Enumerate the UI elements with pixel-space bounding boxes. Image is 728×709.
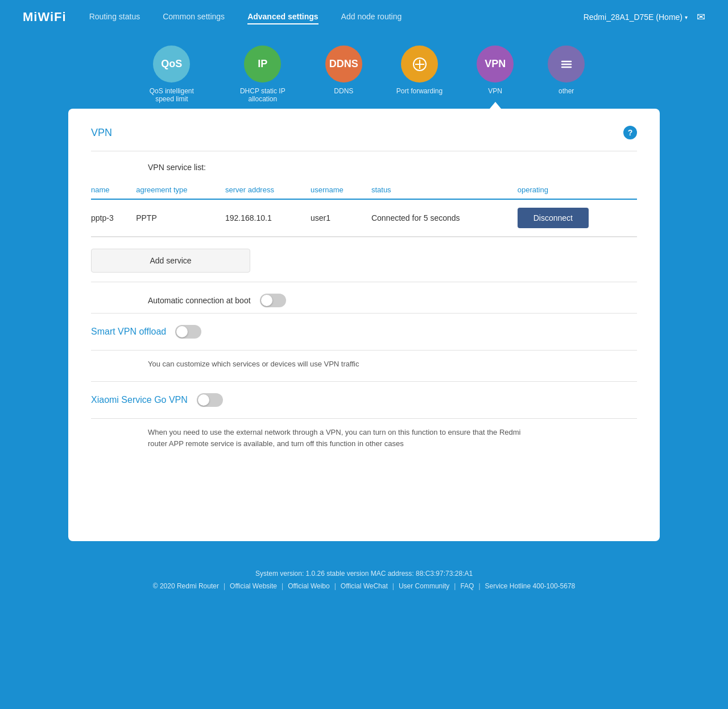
footer-copyright: © 2020 Redmi Router [153,582,219,590]
row-status: Connected for 5 seconds [371,199,518,237]
nav-add-node-routing[interactable]: Add node routing [341,10,402,24]
icon-item-portfwd[interactable]: Port forwarding [396,46,442,109]
xiaomi-vpn-toggle[interactable] [197,393,223,407]
vpn-table: name agreement type server address usern… [91,181,637,237]
footer-official-weibo[interactable]: Official Weibo [288,582,330,590]
toggle-thumb [261,295,272,306]
icon-item-ip[interactable]: IP DHCP static IP allocation [234,46,291,109]
smart-vpn-toggle[interactable] [175,325,201,339]
sep-2: | [282,582,283,590]
other-icon-circle [548,46,585,83]
footer-official-wechat[interactable]: Official WeChat [341,582,388,590]
footer: System version: 1.0.26 stable version MA… [0,553,728,601]
vpn-section-title: VPN [91,127,112,139]
xiaomi-vpn-header: Xiaomi Service Go VPN [91,382,637,413]
nav-routing-status[interactable]: Routing status [89,10,140,24]
row-server: 192.168.10.1 [225,199,311,237]
icon-item-ddns[interactable]: DDNS DDNS [325,46,362,109]
header-right: Redmi_28A1_D75E (Home) ▾ ✉ [584,11,705,23]
active-arrow [490,102,501,109]
divider-1 [91,151,637,151]
icons-bar: QoS QoS intelligent speed limit IP DHCP … [0,34,728,109]
qos-label: QoS intelligent speed limit [143,87,200,103]
portfwd-label: Port forwarding [396,87,442,95]
service-list-label: VPN service list: [91,163,637,172]
qos-icon-circle: QoS [153,46,190,83]
row-agreement: PPTP [136,199,225,237]
xiaomi-vpn-title: Xiaomi Service Go VPN [91,395,188,405]
sep-4: | [392,582,394,590]
footer-links: © 2020 Redmi Router | Official Website |… [0,582,728,590]
xiaomi-vpn-thumb [198,394,209,406]
sep-5: | [454,582,456,590]
disconnect-button[interactable]: Disconnect [518,208,589,228]
smart-vpn-title: Smart VPN offload [91,327,166,337]
footer-faq[interactable]: FAQ [460,582,474,590]
help-button[interactable]: ? [623,126,637,139]
xiaomi-vpn-description: When you need to use the external networ… [91,419,523,456]
divider-table [91,237,637,237]
icon-item-vpn[interactable]: VPN VPN [477,46,514,109]
smart-vpn-header: Smart VPN offload [91,314,637,344]
auto-connect-label: Automatic connection at boot [148,296,251,305]
other-label: other [559,87,574,95]
sep-1: | [224,582,225,590]
auto-connect-row: Automatic connection at boot [148,294,637,307]
col-agreement: agreement type [136,181,225,199]
sep-6: | [478,582,480,590]
portfwd-icon-circle [401,46,438,83]
add-service-button[interactable]: Add service [91,249,250,273]
footer-user-community[interactable]: User Community [399,582,449,590]
device-name[interactable]: Redmi_28A1_D75E (Home) ▾ [584,13,688,22]
vpn-icon-circle: VPN [477,46,514,83]
nav-common-settings[interactable]: Common settings [163,10,225,24]
vpn-label: VPN [488,87,502,95]
col-username: username [311,181,371,199]
mail-icon[interactable]: ✉ [697,11,705,23]
row-operating: Disconnect [518,199,637,237]
header: MiWiFi Routing status Common settings Ad… [0,0,728,34]
row-name: pptp-3 [91,199,136,237]
footer-hotline[interactable]: Service Hotline 400-100-5678 [485,582,576,590]
icon-item-qos[interactable]: QoS QoS intelligent speed limit [143,46,200,109]
table-row: pptp-3 PPTP 192.168.10.1 user1 Connected… [91,199,637,237]
col-server: server address [225,181,311,199]
col-operating: operating [518,181,637,199]
row-username: user1 [311,199,371,237]
chevron-down-icon: ▾ [685,14,688,20]
ddns-label: DDNS [334,87,353,95]
logo: MiWiFi [23,10,67,24]
vpn-section-header: VPN ? [91,126,637,139]
auto-connect-toggle[interactable] [260,294,286,307]
icon-item-other[interactable]: other [548,46,585,109]
smart-vpn-description: You can customize which services or devi… [91,351,637,376]
footer-system-info: System version: 1.0.26 stable version MA… [0,570,728,578]
col-status: status [371,181,518,199]
footer-official-website[interactable]: Official Website [230,582,277,590]
ddns-icon-circle: DDNS [325,46,362,83]
nav-links: Routing status Common settings Advanced … [89,10,561,24]
main-content: VPN ? VPN service list: name agreement t… [68,109,660,541]
col-name: name [91,181,136,199]
ip-icon-circle: IP [244,46,281,83]
divider-2 [91,282,637,282]
ip-label: DHCP static IP allocation [234,87,291,103]
nav-advanced-settings[interactable]: Advanced settings [247,10,318,24]
sep-3: | [334,582,336,590]
